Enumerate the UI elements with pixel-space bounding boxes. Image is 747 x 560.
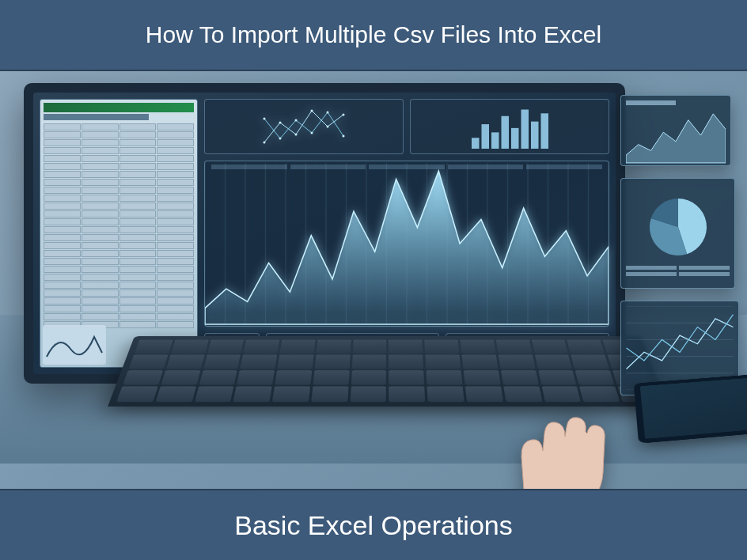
- svg-point-3: [311, 110, 313, 112]
- svg-point-6: [264, 118, 266, 120]
- svg-point-2: [295, 134, 298, 136]
- curve-thumbnail-panel: [43, 325, 106, 365]
- pie-legend: [626, 266, 730, 276]
- svg-rect-17: [521, 110, 529, 149]
- svg-point-9: [311, 132, 313, 134]
- svg-point-8: [295, 119, 298, 122]
- dashboard-column: [204, 93, 616, 374]
- main-area-chart: [204, 161, 609, 327]
- tablet-device: [634, 373, 747, 444]
- floating-mini-area-panel: [620, 95, 731, 166]
- bottom-banner-text: Basic Excel Operations: [234, 510, 513, 541]
- laptop-screen: [33, 93, 616, 374]
- svg-rect-19: [541, 113, 549, 149]
- svg-point-4: [327, 126, 329, 128]
- svg-rect-16: [511, 128, 519, 149]
- svg-point-0: [264, 142, 266, 144]
- svg-point-1: [279, 122, 282, 124]
- svg-rect-14: [491, 132, 499, 149]
- bottom-banner: Basic Excel Operations: [0, 489, 747, 560]
- floating-pie-panel: [620, 178, 735, 289]
- hand-icon: [478, 354, 636, 489]
- mini-network-chart: [204, 99, 404, 154]
- top-banner: How To Import Multiple Csv Files Into Ex…: [0, 0, 747, 71]
- svg-point-5: [343, 114, 345, 116]
- svg-point-7: [279, 138, 282, 140]
- mini-bar-chart: [410, 99, 609, 154]
- tablet-screen: [640, 377, 747, 439]
- svg-rect-18: [531, 122, 539, 149]
- panel-title-bar: [626, 100, 676, 105]
- svg-rect-15: [502, 116, 510, 149]
- svg-rect-13: [482, 124, 490, 149]
- dashboard-top-row: [204, 99, 609, 154]
- spreadsheet-grid: [44, 123, 194, 328]
- svg-point-10: [327, 112, 329, 114]
- hero-scene: [0, 71, 747, 489]
- svg-rect-12: [472, 138, 480, 149]
- spreadsheet-ribbon: [44, 103, 194, 112]
- spreadsheet-title-bar: [44, 114, 149, 120]
- top-banner-text: How To Import Multiple Csv Files Into Ex…: [146, 21, 601, 48]
- svg-point-11: [343, 135, 345, 138]
- spreadsheet-panel: [40, 99, 198, 368]
